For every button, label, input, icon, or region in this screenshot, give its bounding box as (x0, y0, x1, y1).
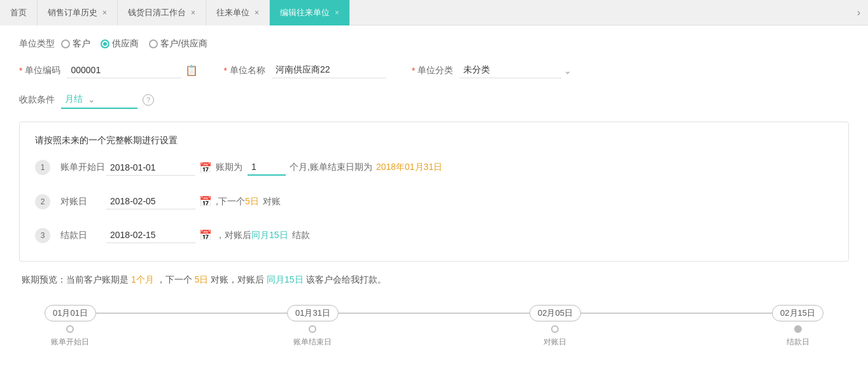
tab-home[interactable]: 首页 (0, 0, 38, 25)
setting-label-2: 对账日 (60, 196, 99, 208)
start-date-calendar-icon[interactable]: 📅 (199, 162, 212, 174)
preview-highlight3: 同月15日 (267, 274, 304, 285)
setting-label-1: 账单开始日 (60, 162, 99, 173)
radio-both-circle (149, 39, 158, 48)
setting-num-3: 3 (35, 228, 50, 243)
payment-value: 月结 (65, 94, 83, 105)
preview-highlight2: 5日 (194, 274, 208, 285)
settings-title: 请按照未来的一个完整帐期进行设置 (35, 135, 833, 146)
payment-highlight: 同月15日 (251, 230, 288, 241)
unit-name-label: 单位名称 (230, 65, 265, 76)
unit-name-group: * 单位名称 (223, 62, 386, 78)
timeline-dot-3 (794, 325, 802, 333)
preview-mid1: ，下一个 (157, 274, 192, 285)
timeline-badge-3: 02月15日 (772, 305, 823, 321)
setting-row-1: 1 账单开始日 📅 账期为 个月,账单结束日期为 2018年01月31日 (35, 159, 833, 178)
unit-category-label: 单位分类 (417, 65, 453, 76)
unit-code-group: * 单位编码 📋 (19, 62, 198, 78)
timeline-point-0: 01月01日 账单开始日 (45, 305, 96, 348)
payment-label: 收款条件 (19, 94, 55, 106)
radio-supplier-circle (101, 39, 109, 48)
preview-section: 账期预览：当前客户账期是 1个月 ，下一个 5日 对账，对账后 同月15日 该客… (19, 274, 849, 286)
reconcile-date-calendar-icon[interactable]: 📅 (199, 195, 212, 208)
unit-info-row: * 单位编码 📋 * 单位名称 * 单位分类 ⌄ (19, 62, 849, 78)
timeline-sublabel-3: 结款日 (787, 337, 809, 348)
reconcile-date-input[interactable] (106, 194, 195, 209)
settings-box: 请按照未来的一个完整帐期进行设置 1 账单开始日 📅 账期为 个月,账单结束日期… (19, 122, 849, 262)
period-end-date: 2018年01月31日 (376, 162, 442, 173)
timeline-badge-2: 02月05日 (529, 305, 581, 321)
setting-row-2: 2 对账日 📅 ,下一个 5日 对账 (35, 194, 833, 212)
tab-edit-partner[interactable]: 编辑往来单位 × (270, 0, 350, 25)
timeline-dot-1 (309, 325, 316, 333)
timeline-badge-0: 01月01日 (45, 305, 96, 321)
payment-date-input[interactable] (106, 227, 195, 243)
radio-both-label: 客户/供应商 (160, 38, 207, 50)
timeline-point-1: 01月31日 账单结束日 (287, 305, 339, 348)
payment-desc-prefix: ，对账后 (216, 230, 251, 241)
preview-mid2: 对账，对账后 (211, 274, 264, 285)
period-value-input[interactable] (248, 159, 286, 176)
unit-type-radio-group: 客户 供应商 客户/供应商 (61, 38, 207, 50)
unit-type-label: 单位类型 (19, 38, 55, 50)
unit-category-dropdown-icon[interactable]: ⌄ (564, 66, 571, 76)
tab-cash-work[interactable]: 钱货日清工作台 × (118, 0, 206, 25)
tab-sales-history-close[interactable]: × (102, 8, 107, 17)
payment-desc-suffix: 结款 (292, 230, 310, 241)
setting-row-3: 3 结款日 📅 ，对账后 同月15日 结款 (35, 227, 833, 246)
reconcile-highlight: 5日 (245, 196, 259, 208)
reconcile-desc-prefix: ,下一个 (216, 196, 245, 208)
timeline-points: 01月01日 账单开始日 01月31日 账单结束日 02月05日 对账日 02月… (45, 305, 823, 348)
preview-prefix: 账期预览：当前客户账期是 (22, 274, 129, 285)
payment-date-calendar-icon[interactable]: 📅 (199, 229, 212, 241)
tab-sales-history[interactable]: 销售订单历史 × (38, 0, 118, 25)
unit-code-input[interactable] (67, 62, 181, 78)
start-date-input[interactable] (106, 160, 195, 176)
unit-code-icon[interactable]: 📋 (185, 64, 198, 76)
timeline-sublabel-1: 账单结束日 (293, 337, 332, 348)
payment-row: 收款条件 月结 ⌄ ? (19, 91, 849, 109)
tab-cash-work-close[interactable]: × (191, 8, 195, 17)
radio-customer[interactable]: 客户 (61, 38, 90, 50)
tab-home-label: 首页 (10, 7, 27, 18)
tab-cash-work-label: 钱货日清工作台 (128, 7, 186, 18)
radio-supplier-label: 供应商 (112, 38, 139, 50)
timeline-dot-2 (551, 325, 559, 333)
preview-suffix: 该客户会给我打款。 (306, 274, 386, 285)
unit-type-row: 单位类型 客户 供应商 客户/供应商 (19, 38, 849, 50)
radio-supplier[interactable]: 供应商 (101, 38, 139, 50)
unit-code-star: * (19, 66, 22, 76)
period-suffix: 个月,账单结束日期为 (290, 162, 372, 173)
tab-partner-close[interactable]: × (255, 8, 259, 17)
unit-name-star: * (223, 66, 227, 76)
timeline: 01月01日 账单开始日 01月31日 账单结束日 02月05日 对账日 02月… (19, 299, 849, 367)
reconcile-desc-suffix: 对账 (263, 196, 281, 208)
payment-dropdown-icon[interactable]: ⌄ (88, 94, 95, 104)
payment-help-icon[interactable]: ? (143, 94, 154, 106)
timeline-point-3: 02月15日 结款日 (772, 305, 823, 348)
tab-edit-partner-close[interactable]: × (335, 8, 339, 17)
unit-code-label: 单位编码 (25, 65, 60, 76)
unit-category-input[interactable] (459, 62, 561, 78)
radio-customer-circle (61, 39, 70, 48)
setting-label-3: 结款日 (60, 230, 99, 241)
timeline-badge-1: 01月31日 (287, 305, 339, 321)
radio-both[interactable]: 客户/供应商 (149, 38, 207, 50)
timeline-point-2: 02月05日 对账日 (529, 305, 581, 348)
radio-customer-label: 客户 (73, 38, 90, 50)
unit-name-input[interactable] (272, 62, 386, 78)
payment-select[interactable]: 月结 ⌄ (61, 91, 137, 109)
setting-num-2: 2 (35, 194, 50, 209)
page-content: 单位类型 客户 供应商 客户/供应商 * 单位编码 📋 * 单位名称 (0, 25, 868, 387)
tab-more-button[interactable]: › (850, 7, 868, 18)
period-label: 账期为 (216, 162, 242, 173)
timeline-sublabel-2: 对账日 (543, 337, 566, 348)
setting-num-1: 1 (35, 160, 50, 175)
unit-category-group: * 单位分类 ⌄ (412, 62, 571, 78)
tab-sales-history-label: 销售订单历史 (48, 7, 97, 18)
tab-partner[interactable]: 往来单位 × (206, 0, 270, 25)
tab-partner-label: 往来单位 (216, 7, 249, 18)
timeline-dot-0 (66, 325, 74, 333)
tab-edit-partner-label: 编辑往来单位 (280, 7, 330, 18)
tab-bar: 首页 销售订单历史 × 钱货日清工作台 × 往来单位 × 编辑往来单位 × › (0, 0, 868, 25)
